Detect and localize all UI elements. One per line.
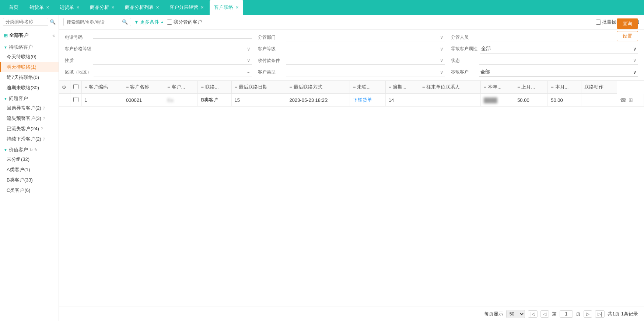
- refresh-value-icon[interactable]: ↻: [29, 148, 33, 152]
- page-size-select[interactable]: 50 100 200: [506, 310, 525, 318]
- nav-tab-sales[interactable]: 销货单 ✕: [25, 0, 54, 15]
- sidebar-item-repurchase-abnormal[interactable]: 回购异常客户(2) ?: [0, 103, 59, 113]
- nav-tab-analysis-list[interactable]: 商品分析列表 ✕: [120, 0, 164, 15]
- total-label: 共1页 1条记录: [608, 311, 638, 317]
- page-input[interactable]: [560, 310, 573, 318]
- region-label: 区域（地区）: [65, 69, 91, 75]
- sidebar-item-c-class[interactable]: C类客户(6): [0, 185, 59, 196]
- nav-tab-customer-mgmt[interactable]: 客户分层经营 ✕: [165, 0, 208, 15]
- filter-row-retail-attr: 零散客户属性 全部 ∨: [451, 44, 638, 54]
- sidebar-item-overdue[interactable]: 逾期未联络(30): [0, 83, 59, 93]
- nav-tab-analysis[interactable]: 商品分析 ✕: [85, 0, 119, 15]
- status-select[interactable]: ∨: [479, 56, 638, 65]
- col-code-header[interactable]: ≡ 客户编码: [81, 81, 123, 94]
- row-checkbox-cell[interactable]: [70, 94, 81, 107]
- help-icon-2: ?: [43, 116, 45, 121]
- my-customers-checkbox[interactable]: [167, 20, 172, 25]
- next-page-btn[interactable]: ▷: [584, 310, 592, 318]
- payment-label: 收付款条件: [258, 58, 284, 64]
- filter-row-price-level: 客户价格等级 ∨: [65, 44, 252, 54]
- sidebar-search-input[interactable]: [3, 18, 48, 26]
- filter-search-input[interactable]: [67, 20, 122, 25]
- price-level-select[interactable]: ∨: [94, 45, 252, 53]
- close-customer-mgmt-icon[interactable]: ✕: [200, 5, 204, 10]
- row-type-cell: B类客户: [198, 94, 231, 107]
- chevron-down-icon-4: ∨: [633, 46, 637, 52]
- collapse-icon: «: [52, 33, 55, 38]
- col-last-month-header[interactable]: ≡ 上月...: [514, 81, 548, 94]
- sidebar-search-icon[interactable]: 🔍: [50, 19, 56, 25]
- nav-home[interactable]: 首页: [4, 4, 24, 11]
- col-overdue-header[interactable]: ≡ 逾期...: [385, 81, 419, 94]
- first-page-btn[interactable]: |◁: [528, 310, 538, 318]
- sidebar-item-churn-warning[interactable]: 流失预警客户(3) ?: [0, 113, 59, 124]
- triangle-icon: ▼: [4, 45, 7, 49]
- filter-row-phone: 电话号码: [65, 33, 252, 41]
- nav-tab-customer-contact[interactable]: 客户联络 ✕: [210, 0, 243, 15]
- nav-tab-purchase[interactable]: 进货单 ✕: [55, 0, 84, 15]
- phone-input[interactable]: [93, 36, 252, 39]
- nature-select[interactable]: ∨: [93, 56, 252, 65]
- sidebar-all-customers[interactable]: ⊞ 全部客户 «: [0, 29, 59, 42]
- col-settings-header[interactable]: ⚙: [59, 81, 70, 94]
- close-analysis-list-icon[interactable]: ✕: [156, 5, 159, 10]
- sidebar-item-week[interactable]: 近7天待联络(0): [0, 72, 59, 83]
- retail-customer-select[interactable]: 全部 ∨: [479, 68, 638, 77]
- filter-search-icon[interactable]: 🔍: [122, 19, 128, 25]
- dept-select[interactable]: ∨: [286, 33, 445, 41]
- last-method-link[interactable]: 下销货单: [353, 97, 372, 103]
- col-unlinked-header[interactable]: ≡ 未联...: [350, 81, 386, 94]
- col-this-month-header[interactable]: ≡ 本月...: [548, 81, 581, 94]
- row-code-cell: 000021: [123, 94, 164, 107]
- action-more-icon[interactable]: ⊞: [629, 97, 633, 103]
- sidebar-item-a-class[interactable]: A类客户(1): [0, 165, 59, 175]
- chevron-down-icon-7: ∨: [633, 58, 637, 63]
- filter-my-customers-check[interactable]: 我分管的客户: [167, 19, 202, 25]
- customer-level-select[interactable]: ∨: [286, 45, 445, 53]
- sidebar-item-b-class[interactable]: B类客户(33): [0, 175, 59, 185]
- chevron-down-icon-8: ∨: [440, 69, 444, 75]
- close-analysis-icon[interactable]: ✕: [111, 5, 115, 10]
- col-contact-person-header[interactable]: ≡ 往来单位联系人: [419, 81, 480, 94]
- retail-customer-label: 零散客户: [451, 69, 477, 75]
- table-footer: 每页显示 50 100 200 |◁ ◁ 第 页 ▷ ▷| 共1页 1条记录: [59, 307, 644, 321]
- col-checkbox-header[interactable]: [70, 81, 81, 94]
- top-nav: 首页 销货单 ✕ 进货单 ✕ 商品分析 ✕ 商品分析列表 ✕ 客户分层经营 ✕ …: [0, 0, 644, 15]
- select-all-checkbox[interactable]: [73, 84, 78, 89]
- chevron-down-icon-2: ∨: [247, 46, 251, 52]
- filter-more-btn[interactable]: ▼ 更多条件 ▲: [134, 19, 164, 25]
- col-contact-count-header[interactable]: ≡ 联络...: [198, 81, 231, 94]
- row-contact-person-cell: ████: [480, 94, 514, 107]
- last-page-btn[interactable]: ▷|: [595, 310, 605, 318]
- retail-attr-select[interactable]: 全部 ∨: [480, 44, 638, 54]
- edit-value-icon[interactable]: ✎: [34, 148, 38, 152]
- settings-button[interactable]: 设置: [617, 31, 638, 41]
- col-this-year-header[interactable]: ≡ 本年...: [480, 81, 514, 94]
- action-phone-icon[interactable]: ☎: [620, 97, 626, 103]
- col-type-header[interactable]: ≡ 客户...: [164, 81, 198, 94]
- customer-type-select[interactable]: ∨: [286, 68, 445, 76]
- close-sales-icon[interactable]: ✕: [46, 5, 49, 10]
- table-wrapper: ⚙ ≡ 客户编码 ≡ 客户名称 ≡ 客户...: [59, 81, 644, 307]
- sidebar-item-churned[interactable]: 已流失客户(24) ?: [0, 124, 59, 134]
- sidebar-item-tomorrow[interactable]: 明天待联络(1): [0, 62, 59, 72]
- region-select[interactable]: ···: [94, 68, 252, 76]
- query-button[interactable]: 查询: [617, 18, 638, 29]
- sidebar-item-ungrouped[interactable]: 未分组(32): [0, 154, 59, 165]
- close-purchase-icon[interactable]: ✕: [76, 5, 80, 10]
- batch-op-checkbox[interactable]: [596, 20, 601, 25]
- close-customer-contact-icon[interactable]: ✕: [235, 5, 239, 10]
- prev-page-btn[interactable]: ◁: [540, 310, 549, 318]
- filter-row-customer-level: 客户等级 ∨: [258, 44, 445, 54]
- row-checkbox[interactable]: [73, 97, 78, 102]
- sidebar-item-today[interactable]: 今天待联络(0): [0, 52, 59, 62]
- manager-select[interactable]: ···: [479, 33, 638, 41]
- row-last-method-cell[interactable]: 下销货单: [350, 94, 386, 107]
- sidebar-item-declining[interactable]: 持续下滑客户(2) ?: [0, 134, 59, 144]
- filter-row-customer-type: 客户类型 ∨: [258, 68, 445, 77]
- col-last-date-header[interactable]: ≡ 最后联络日期: [231, 81, 286, 94]
- col-last-method-header[interactable]: ≡ 最后联络方式: [286, 81, 350, 94]
- col-name-header[interactable]: ≡ 客户名称: [123, 81, 164, 94]
- payment-select[interactable]: ∨: [286, 56, 445, 65]
- sidebar-group-value: ▼ 价值客户 ↻ ✎: [0, 144, 59, 154]
